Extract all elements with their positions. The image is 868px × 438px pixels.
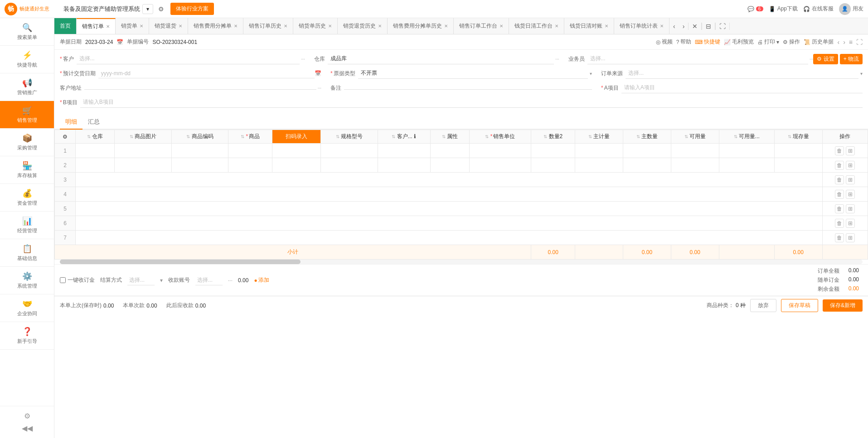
tab-sales-order-history[interactable]: 销售订单历史 ✕ <box>243 18 293 34</box>
tab-fullscreen-btn[interactable]: ⛶ <box>715 23 730 30</box>
sidebar-item-enterprise[interactable]: 🤝 企业协同 <box>0 294 54 322</box>
row-2-product[interactable] <box>228 158 272 173</box>
one-click-order-checkbox[interactable] <box>60 277 66 283</box>
row-5-delete-btn[interactable]: 🗑 <box>835 204 844 213</box>
tab-sales-expense[interactable]: 销售费用分摊单 ✕ <box>188 18 243 34</box>
help-btn[interactable]: ? 帮助 <box>676 38 692 46</box>
row-6-delete-btn[interactable]: 🗑 <box>835 219 844 228</box>
tab-close-sales-order[interactable]: ✕ <box>106 24 110 29</box>
tab-close-cash-daily-clear[interactable]: ✕ <box>555 24 558 29</box>
row-4-copy-btn[interactable]: ⊞ <box>846 190 855 199</box>
row-7-delete-btn[interactable]: 🗑 <box>835 233 844 242</box>
row-2-available-more[interactable] <box>719 158 774 173</box>
row-2-product-image[interactable] <box>115 158 172 173</box>
profit-preview-btn[interactable]: 📈 毛利预览 <box>724 38 754 46</box>
th-gear[interactable]: ⚙ <box>55 130 76 144</box>
user-item[interactable]: 👤 用友 <box>839 3 863 15</box>
add-goods-btn[interactable]: + 物流 <box>840 54 863 64</box>
row-1-product[interactable] <box>228 144 272 158</box>
sort-icon-warehouse[interactable]: ⇅ <box>87 134 91 139</box>
tab-sales-expense-history[interactable]: 销售费用分摊单历史 ✕ <box>388 18 454 34</box>
sort-icon-product[interactable]: ⇅ <box>241 134 244 139</box>
sort-icon-attributes[interactable]: ⇅ <box>442 134 446 139</box>
customer-input[interactable]: 选择... <box>77 53 300 64</box>
receipt-account-select[interactable]: 选择... <box>195 275 223 285</box>
system-dropdown-btn[interactable]: ▾ <box>142 4 153 14</box>
form-expand-btn[interactable]: ⛶ <box>856 39 863 46</box>
row-1-main-quantity[interactable] <box>623 144 671 158</box>
row-2-warehouse[interactable] <box>76 158 115 173</box>
sidebar-item-system[interactable]: ⚙️ 系统管理 <box>0 267 54 294</box>
tab-close-sales-order-history[interactable]: ✕ <box>284 24 287 29</box>
row-1-delete-btn[interactable]: 🗑 <box>835 146 844 155</box>
sidebar-toggle-btn[interactable]: ◀◀ <box>20 422 34 434</box>
order-source-arrow[interactable]: ▾ <box>860 71 863 76</box>
row-1-warehouse[interactable] <box>76 144 115 158</box>
system-gear-btn[interactable]: ⚙ <box>155 4 167 14</box>
row-3-empty[interactable] <box>76 173 823 187</box>
delivery-date-input[interactable]: yyyy-mm-dd <box>98 69 315 78</box>
sort-icon-available-qty[interactable]: ⇅ <box>684 134 688 139</box>
tab-close-sales-returns[interactable]: ✕ <box>140 24 143 29</box>
row-2-attributes[interactable] <box>430 158 469 173</box>
salesperson-more-icon[interactable]: ··· <box>810 57 813 62</box>
row-1-copy-btn[interactable]: ⊞ <box>846 146 855 155</box>
footer-add-btn[interactable]: ● 添加 <box>254 276 269 284</box>
tab-sales-stats[interactable]: 销售订单统计表 ✕ <box>614 18 669 34</box>
row-2-product-code[interactable] <box>171 158 228 173</box>
row-6-copy-btn[interactable]: ⊞ <box>846 219 855 228</box>
row-1-current-stock[interactable] <box>774 144 822 158</box>
tab-sales-returns[interactable]: 销货单 ✕ <box>116 18 149 34</box>
sidebar-item-guide[interactable]: ❓ 新手引导 <box>0 322 54 350</box>
form-list-btn[interactable]: ≡ <box>849 39 853 46</box>
tab-sales-order-workbench[interactable]: 销售订单工作台 ✕ <box>454 18 509 34</box>
customer-more-icon[interactable]: ··· <box>301 57 305 62</box>
tab-sales-order[interactable]: 销售订单 ✕ <box>77 18 116 34</box>
form-prev-btn[interactable]: ‹ <box>837 39 839 46</box>
row-6-empty[interactable] <box>76 216 823 231</box>
sidebar-item-inventory[interactable]: 🏪 库存核算 <box>0 156 54 184</box>
sort-icon-main-quantity[interactable]: ⇅ <box>636 134 640 139</box>
tab-sales-returns-history[interactable]: 销货单历史 ✕ <box>293 18 338 34</box>
sidebar-item-operations[interactable]: 📊 经营管理 <box>0 212 54 239</box>
app-download-item[interactable]: 📱 App下载 <box>769 5 798 13</box>
row-4-empty[interactable] <box>76 187 823 202</box>
invoice-type-value[interactable]: 不开票 <box>358 68 588 79</box>
row-1-spec[interactable] <box>320 144 378 158</box>
tab-close-cash-daily-reconcile[interactable]: ✕ <box>605 24 608 29</box>
settings-btn[interactable]: ⚙ 设置 <box>813 54 838 64</box>
row-7-copy-btn[interactable]: ⊞ <box>846 233 855 242</box>
row-4-delete-btn[interactable]: 🗑 <box>835 190 844 199</box>
preview-btn[interactable]: ◎ 视频 <box>656 38 673 46</box>
row-1-barcode[interactable] <box>272 144 321 158</box>
sort-icon-sales-unit[interactable]: ⇅ <box>485 134 489 139</box>
tab-sales-refund[interactable]: 销货退货 ✕ <box>149 18 188 34</box>
tab-close-sales-returns-history[interactable]: ✕ <box>328 24 332 29</box>
receipt-account-more[interactable]: ··· <box>228 277 233 284</box>
order-source-input[interactable]: 选择... <box>626 68 858 79</box>
row-1-available-more[interactable] <box>719 144 774 158</box>
sort-icon-customer[interactable]: ⇅ <box>392 134 395 139</box>
sort-icon-quantity2[interactable]: ⇅ <box>543 134 547 139</box>
tab-next-btn[interactable]: › <box>679 23 689 30</box>
tab-close-sales-refund[interactable]: ✕ <box>179 24 182 29</box>
row-1-product-image[interactable] <box>115 144 172 158</box>
row-1-attributes[interactable] <box>430 144 469 158</box>
address-more-icon[interactable]: ··· <box>318 86 321 91</box>
row-5-copy-btn[interactable]: ⊞ <box>846 204 855 213</box>
sidebar-collapse-btn[interactable]: ⚙ <box>22 410 32 422</box>
tab-close-sales-order-workbench[interactable]: ✕ <box>499 24 503 29</box>
calendar-icon[interactable]: 📅 <box>116 39 123 45</box>
sidebar-item-sales[interactable]: 🛒 销售管理 <box>0 101 54 129</box>
sort-icon-available-more[interactable]: ⇅ <box>734 134 737 139</box>
sidebar-item-quicknav[interactable]: ⚡ 快捷导航 <box>0 46 54 73</box>
sort-icon-spec[interactable]: ⇅ <box>336 134 339 139</box>
row-2-available-qty[interactable] <box>671 158 719 173</box>
sidebar-item-search[interactable]: 🔍 搜索菜单 <box>0 18 54 46</box>
tab-grid-btn[interactable]: ⊟ <box>702 23 715 30</box>
row-2-copy-btn[interactable]: ⊞ <box>846 161 855 170</box>
row-1-main-unit[interactable] <box>575 144 623 158</box>
form-next-btn[interactable]: › <box>843 39 845 46</box>
sort-icon-product-image[interactable]: ⇅ <box>130 134 133 139</box>
tab-summary[interactable]: 汇总 <box>82 115 105 130</box>
